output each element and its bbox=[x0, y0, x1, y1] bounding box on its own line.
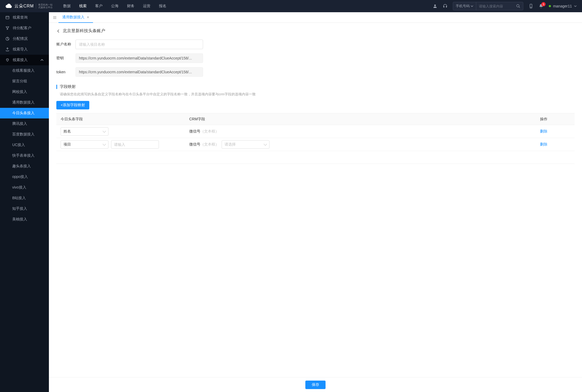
svg-point-1 bbox=[517, 5, 519, 7]
nav-item[interactable]: 报名 bbox=[159, 4, 166, 8]
sidebar-sub-item[interactable]: UC接入 bbox=[0, 140, 49, 150]
notification-badge: 5 bbox=[541, 2, 546, 6]
tabs-bar: 通用数据接入 ✕ bbox=[49, 12, 582, 23]
save-button[interactable]: 保存 bbox=[305, 381, 326, 389]
secret-input[interactable] bbox=[75, 53, 203, 63]
sidebar-sub-item[interactable]: 快手表单接入 bbox=[0, 150, 49, 161]
nav-item[interactable]: 财务 bbox=[127, 4, 134, 8]
token-label: token bbox=[56, 70, 75, 74]
sidebar-sub-item[interactable]: oppo接入 bbox=[0, 172, 49, 182]
pie-icon bbox=[5, 37, 10, 41]
sidebar-item[interactable]: 线索查询 bbox=[0, 12, 49, 23]
section-bar-icon bbox=[56, 85, 57, 89]
table-row-empty bbox=[56, 151, 575, 164]
nav-item[interactable]: 数据 bbox=[63, 4, 71, 8]
th-action: 操作 bbox=[540, 117, 575, 122]
headset-icon[interactable] bbox=[443, 4, 448, 8]
secret-label: 密钥 bbox=[56, 56, 75, 61]
bell-icon[interactable]: 5 bbox=[539, 4, 543, 8]
sidebar-sub-item[interactable]: 趣头条接入 bbox=[0, 161, 49, 172]
th-toutiao-field: 今日头条字段 bbox=[56, 117, 189, 122]
th-crm-field: CRM字段 bbox=[189, 117, 540, 122]
crm-field-select[interactable]: 请选择 bbox=[222, 140, 269, 149]
logo-text: 云朵CRM bbox=[14, 3, 34, 9]
sidebar-sub-item[interactable]: 知乎接入 bbox=[0, 203, 49, 214]
sidebar-sub-item[interactable]: 美柚接入 bbox=[0, 214, 49, 225]
back-icon[interactable] bbox=[56, 29, 61, 33]
close-icon[interactable]: ✕ bbox=[87, 15, 89, 19]
sidebar-sub-item[interactable]: 百度数据接入 bbox=[0, 129, 49, 140]
sidebar-sub-item[interactable]: 留言分组 bbox=[0, 76, 49, 87]
list-icon bbox=[5, 15, 10, 20]
svg-point-3 bbox=[531, 7, 531, 8]
user-menu[interactable]: manager11 bbox=[549, 4, 577, 8]
footer-bar: 保存 bbox=[49, 377, 582, 392]
global-search: 手机号码 bbox=[453, 2, 523, 10]
toutiao-field-select[interactable]: 姓名 bbox=[61, 127, 108, 136]
chevron-up-icon bbox=[40, 58, 44, 62]
nav-item[interactable]: 客户 bbox=[95, 4, 103, 8]
username: manager11 bbox=[553, 4, 572, 8]
top-nav: 数据线索客户公海财务运营报名 bbox=[63, 4, 166, 8]
crm-field-label: 微信号（文本框） bbox=[189, 129, 219, 134]
filter-icon bbox=[5, 26, 10, 30]
sidebar-sub-item[interactable]: 网校接入 bbox=[0, 87, 49, 97]
sidebar-sub-item[interactable]: 腾讯接入 bbox=[0, 118, 49, 129]
svg-rect-4 bbox=[6, 16, 9, 19]
logo-subtitle: 教育机构一站 式服务云平台 bbox=[36, 3, 53, 9]
section-title: 字段映射 bbox=[60, 84, 76, 89]
table-row: 姓名 微信号（文本框） 删除 bbox=[56, 125, 575, 138]
nav-item[interactable]: 运营 bbox=[143, 4, 150, 8]
status-dot-icon bbox=[549, 5, 551, 7]
sidebar-item[interactable]: 线索接入 bbox=[0, 55, 49, 65]
nav-item[interactable]: 线索 bbox=[79, 4, 87, 8]
phone-icon[interactable] bbox=[529, 4, 533, 8]
app-header: 云朵CRM 教育机构一站 式服务云平台 数据线索客户公海财务运营报名 手机号码 bbox=[0, 0, 582, 12]
plug-icon bbox=[5, 58, 10, 62]
search-type-select[interactable]: 手机号码 bbox=[453, 2, 476, 10]
token-input[interactable] bbox=[75, 67, 203, 77]
table-row: 项目 微信号（文本框） 请选择 删除 bbox=[56, 138, 575, 151]
sidebar-sub-item[interactable]: 通用数据接入 bbox=[0, 97, 49, 108]
tabs-collapse-icon[interactable] bbox=[53, 15, 58, 20]
toutiao-extra-input[interactable] bbox=[111, 140, 159, 149]
sidebar-item[interactable]: 待分配客户 bbox=[0, 23, 49, 33]
sidebar: 线索查询待分配客户分配情况线索导入线索接入在线客服接入留言分组网校接入通用数据接… bbox=[0, 12, 49, 392]
sidebar-item[interactable]: 分配情况 bbox=[0, 33, 49, 44]
search-button[interactable] bbox=[513, 4, 523, 8]
sidebar-sub-item[interactable]: B站接入 bbox=[0, 193, 49, 203]
table-header: 今日头条字段 CRM字段 操作 bbox=[56, 113, 575, 125]
toutiao-field-select[interactable]: 项目 bbox=[61, 140, 108, 149]
svg-point-0 bbox=[434, 5, 436, 6]
delete-row-button[interactable]: 删除 bbox=[540, 142, 547, 146]
sidebar-sub-item[interactable]: 在线客服接入 bbox=[0, 65, 49, 76]
page-title-row: 北京昱新科技头条账户 bbox=[56, 28, 575, 34]
upload-icon bbox=[5, 47, 10, 52]
add-field-mapping-button[interactable]: +添加字段映射 bbox=[56, 101, 89, 109]
delete-row-button[interactable]: 删除 bbox=[540, 129, 547, 133]
account-name-input[interactable] bbox=[75, 40, 203, 49]
sidebar-sub-item[interactable]: vivo接入 bbox=[0, 182, 49, 193]
cloud-icon bbox=[5, 2, 13, 10]
section-hint: 请确保您在此填写的头条自定义字段名称与在今日头条平台中自定义的字段名称一致，并且… bbox=[56, 92, 575, 97]
tab-label: 通用数据接入 bbox=[62, 15, 85, 20]
account-label: 账户名称 bbox=[56, 42, 75, 47]
search-input[interactable] bbox=[476, 4, 513, 8]
sidebar-sub-item[interactable]: 今日头条接入 bbox=[0, 108, 49, 118]
user-icon[interactable] bbox=[433, 4, 437, 8]
nav-item[interactable]: 公海 bbox=[111, 4, 119, 8]
field-mapping-table: 今日头条字段 CRM字段 操作 姓名 微信号（文本框） 删除 bbox=[56, 113, 575, 164]
page-title: 北京昱新科技头条账户 bbox=[63, 28, 105, 34]
sidebar-item[interactable]: 线索导入 bbox=[0, 44, 49, 55]
crm-field-label: 微信号（文本框） bbox=[189, 142, 219, 147]
logo: 云朵CRM 教育机构一站 式服务云平台 bbox=[5, 2, 53, 10]
main-content: 通用数据接入 ✕ 北京昱新科技头条账户 账户名称 密钥 token bbox=[49, 12, 582, 392]
tab-current[interactable]: 通用数据接入 ✕ bbox=[58, 12, 93, 23]
